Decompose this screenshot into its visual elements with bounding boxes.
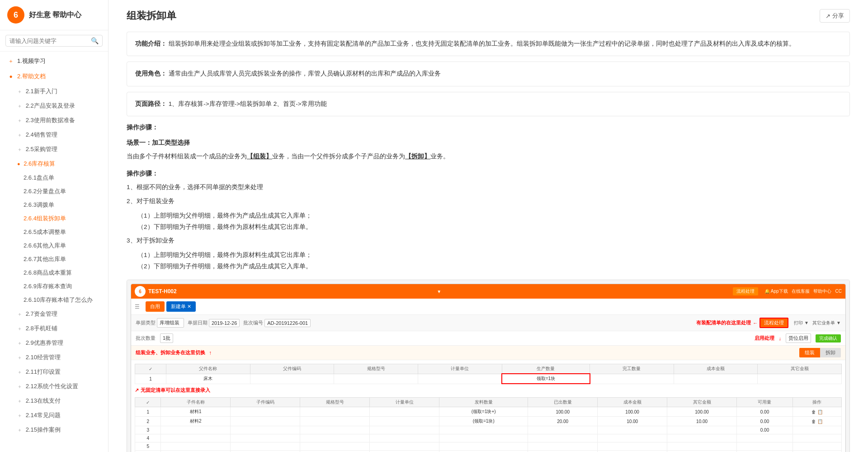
scene1-desc: 当由多个子件材料组装成一个成品的业务为【组装】业务，当由一个父件拆分成多个子产品… [127,151,850,162]
mock-nav-bar: ☰ 自用 新建单 ✕ [131,299,845,315]
expand-icon: ＋ [17,369,22,375]
expand-icon: ＋ [17,311,22,317]
mock-tab-assemble[interactable]: 组装 [799,348,820,357]
mock-field-date: 单据日期 2019-12-26 [188,319,240,327]
sidebar-item-inv6[interactable]: 2.6.6其他入库单 [0,239,108,252]
expand-icon: ＋ [17,147,22,152]
sidebar-item-inv2[interactable]: 2.6.2分量盘点单 [0,185,108,198]
table-row: 5 [135,442,842,451]
sidebar-item-pay[interactable]: ＋ 2.13在线支付 [0,394,108,408]
mock-top-right: 🔔 App下载 在线客服 帮助中心 CC [764,288,842,295]
expand-icon: ＋ [17,413,22,418]
mock-top-bar: 6 TEST-H002 ▼ 流程处理 🔔 App下载 在线客服 帮助中心 CC [131,284,845,299]
mock-batch-value[interactable]: AD-20191226-001 [264,319,311,327]
content-body: 功能介绍： 组装拆卸单用来处理企业组装或拆卸等加工业务，支持有固定装配清单的产品… [108,27,868,452]
col-op: 操作 [793,398,841,407]
sidebar-item-inv4[interactable]: 2.6.4组装拆卸单 [0,212,108,225]
path-text: 1、库存核算->库存管理->组装拆卸单 2、首页->常用功能 [169,100,327,107]
mock-logo: 6 [135,286,146,297]
search-input[interactable] [9,38,91,44]
annotation-4-text: 无固定清单可以在这里直接录入 [141,387,210,394]
mock-qty-value[interactable]: 1批 [160,333,173,343]
mock-lower-table: ✓ 子件名称 子件编码 规格型号 计量单位 发料数量 已出数量 成本金额 其它金… [135,397,842,452]
table-row: 6 [135,451,842,452]
sidebar-item-manage[interactable]: ＋ 2.10经营管理 [0,350,108,365]
col-parent-code: 父件编码 [250,364,334,374]
annotation-3-text: 启用处理 [755,335,774,342]
mock-form-toolbar: 单据类型 库增组装 单据日期 2019-12-26 批次编号 AD-201912… [131,315,845,331]
screenshot-inner: 6 TEST-H002 ▼ 流程处理 🔔 App下载 在线客服 帮助中心 CC … [127,280,849,452]
sidebar-item-inv1[interactable]: 2.6.1盘点单 [0,171,108,185]
sidebar-item-inv3[interactable]: 2.6.3调拨单 [0,198,108,212]
mock-lower-table-container: ✓ 子件名称 子件编码 规格型号 计量单位 发料数量 已出数量 成本金额 其它金… [131,394,845,452]
mock-confirm-btn[interactable]: 完成确认 [816,334,841,343]
mock-process-btn-top[interactable]: 流程处理 [733,287,758,295]
app-name: 好生意 帮助中心 [29,10,81,20]
sidebar-item-faq[interactable]: ＋ 2.14常见问题 [0,408,108,423]
col-sub-code: 子件编码 [231,398,300,407]
expand-icon: ＋ [7,57,14,65]
sidebar-item-case[interactable]: ＋ 2.15操作案例 [0,423,108,437]
sidebar-item-settings[interactable]: ＋ 2.12系统个性化设置 [0,379,108,394]
mock-company: TEST-H002 [148,288,434,295]
share-button[interactable]: ↗ 分享 [820,9,850,23]
sidebar-sub-label: 2.4销售管理 [26,131,57,138]
sidebar-sub-label: 2.12系统个性化设置 [26,383,78,390]
share-icon: ↗ [826,13,830,19]
steps-sub-label: 操作步骤： [127,170,850,178]
table-row: 3 0.00 [135,426,842,434]
mock-qty-row: 批次数量 1批 启用处理 ↓ 货位启用 完成确认 [131,331,845,346]
sidebar-item-label: 2.帮助文档 [17,72,46,81]
sidebar-sub-label: 2.15操作案例 [26,426,61,433]
mock-assemble-tabs: 组装 拆卸 [799,348,841,357]
main-content: 组装拆卸单 ↗ 分享 功能介绍： 组装拆卸单用来处理企业组装或拆卸等加工业务，支… [108,0,868,452]
mock-tab-self[interactable]: 自用 [146,301,165,312]
sidebar-item-sales[interactable]: ＋ 2.4销售管理 [0,128,108,142]
sidebar-item-inv10[interactable]: 2.6.10库存账本错了怎么办 [0,293,108,307]
sidebar-item-docs[interactable]: ● 2.帮助文档 [0,69,108,84]
expand-icon: ＋ [17,384,22,389]
col-parent-name: 父件名称 [166,364,250,374]
sidebar-item-print[interactable]: ＋ 2.11打印设置 [0,365,108,379]
role-block: 使用角色： 通常由生产人员或库管人员完成拆装业务的操作，库管人员确认原材料的出库… [127,62,850,86]
function-intro-label: 功能介绍： [135,40,167,47]
sidebar-item-inventory[interactable]: ● 2.6库存核算 [0,157,108,171]
sidebar-item-inv8[interactable]: 2.6.8商品成本重算 [0,266,108,280]
sidebar-item-coupon[interactable]: ＋ 2.9优惠券管理 [0,336,108,350]
nav-section: ＋ 1.视频学习 ● 2.帮助文档 ＋ 2.1新手入门 ＋ 2.2产品安装及登录… [0,52,108,439]
expand-icon: ＋ [17,118,22,123]
mock-process-btn-highlight[interactable]: 流程处理 [760,318,788,328]
sidebar-sub-label: 2.7资金管理 [26,310,57,317]
table-row: 2 材料2 (领取=1块) 20.00 10.00 10.00 0.0 [135,417,842,426]
mock-date-value[interactable]: 2019-12-26 [209,319,240,327]
sidebar-item-inv7[interactable]: 2.6.7其他出库单 [0,252,108,266]
sidebar-item-inv5[interactable]: 2.6.5成本调整单 [0,225,108,239]
sidebar-item-label: 1.视频学习 [17,57,46,65]
mock-selector: ▼ [437,289,441,294]
mock-upper-table-container: ✓ 父件名称 父件编码 规格型号 计量单位 生产数量 完工数量 成本金额 其它金… [131,360,845,386]
mock-type-value[interactable]: 库增组装 [157,318,184,328]
sidebar-item-video[interactable]: ＋ 1.视频学习 [0,53,108,69]
app-logo: 6 [7,6,24,24]
steps-label: 操作步骤： [127,124,850,132]
mock-tab-disassemble[interactable]: 拆卸 [820,348,841,357]
page-header: 组装拆卸单 ↗ 分享 [108,0,868,27]
mock-upper-table: ✓ 父件名称 父件编码 规格型号 计量单位 生产数量 完工数量 成本金额 其它金… [135,364,842,384]
sidebar-item-mobile[interactable]: ＋ 2.8手机旺铺 [0,321,108,336]
sidebar: 6 好生意 帮助中心 🔍 ＋ 1.视频学习 ● 2.帮助文档 ＋ 2.1新手入门… [0,0,108,452]
sidebar-item-fund[interactable]: ＋ 2.7资金管理 [0,307,108,321]
sidebar-item-install[interactable]: ＋ 2.2产品安装及登录 [0,99,108,113]
sidebar-item-new[interactable]: ＋ 2.1新手入门 [0,84,108,99]
sidebar-item-inv9[interactable]: 2.6.9库存账本查询 [0,280,108,293]
col-cost1: 成本金额 [598,398,667,407]
mock-enable-input[interactable]: 货位启用 [786,333,811,343]
col-check: ✓ [135,398,161,407]
sidebar-item-purchase[interactable]: ＋ 2.5采购管理 [0,142,108,157]
search-button[interactable]: 🔍 [91,37,99,44]
sidebar-item-data[interactable]: ＋ 2.3使用前数据准备 [0,113,108,128]
mock-tab-new[interactable]: 新建单 ✕ [166,301,196,312]
col-cost2: 其它金额 [667,398,737,407]
col-avail: 可用量 [737,398,793,407]
sidebar-sub-label: 2.14常见问题 [26,412,61,419]
mock-app: 6 TEST-H002 ▼ 流程处理 🔔 App下载 在线客服 帮助中心 CC … [131,284,846,452]
